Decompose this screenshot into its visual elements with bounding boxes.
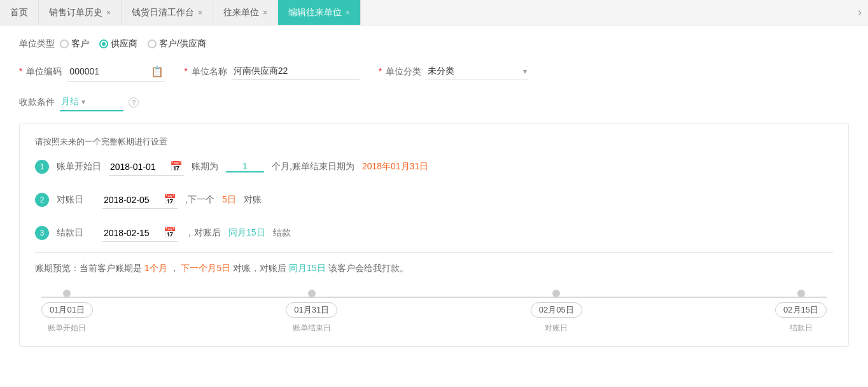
payment-terms-field: 收款条件 月结 ▾ ?	[19, 94, 139, 111]
timeline-badge-3: 02月05日	[531, 302, 582, 318]
tab-sales-close-icon[interactable]: ×	[106, 8, 111, 17]
radio-supplier[interactable]: 供应商	[99, 38, 137, 50]
preview-section: 账期预览：当前客户账期是 1个月 ， 下一个月5日 对账，对账后 同月15日 该…	[35, 252, 833, 334]
radio-customer-label: 客户	[71, 38, 89, 50]
step-1-label: 账单开始日	[57, 161, 101, 172]
step-2-desc-mid: 对账	[244, 194, 262, 206]
radio-both[interactable]: 客户/供应商	[148, 38, 206, 50]
step-2-row: 2 对账日 📅 ,下一个 5日 对账	[35, 191, 833, 209]
preview-label: 账期预览：当前客户账期是	[35, 263, 142, 273]
unit-name-star: *	[184, 66, 187, 76]
timeline-dot-2	[308, 290, 316, 297]
tab-cash-label: 钱货日清工作台	[132, 7, 194, 18]
preview-text: 账期预览：当前客户账期是 1个月 ， 下一个月5日 对账，对账后 同月15日 该…	[35, 263, 833, 274]
step-3-row: 3 结款日 📅 ，对账后 同月15日 结款	[35, 224, 833, 242]
step-1-calendar-icon[interactable]: 📅	[170, 160, 183, 172]
radio-group: 客户 供应商 客户/供应商	[60, 38, 206, 50]
settings-card: 请按照未来的一个完整帐期进行设置 1 账单开始日 📅 账期为 个月,账单结束日期…	[19, 123, 849, 347]
preview-sep2: 对账，对账后	[233, 263, 286, 273]
unit-category-chevron-icon: ▾	[523, 67, 527, 76]
step-2-highlight: 5日	[222, 194, 236, 206]
payment-terms-value: 月结	[61, 96, 79, 108]
tab-bar: 首页 销售订单历史 × 钱货日清工作台 × 往来单位 × 编辑往来单位 × ›	[0, 0, 868, 25]
payment-terms-label: 收款条件	[19, 97, 55, 108]
payment-terms-help-icon[interactable]: ?	[129, 97, 139, 108]
step-1-period-input[interactable]	[226, 161, 264, 172]
unit-code-input[interactable]	[68, 64, 151, 79]
timeline-node-2: 01月31日 账单结束日	[286, 290, 337, 334]
unit-category-label: * 单位分类	[379, 66, 421, 78]
unit-name-field: * 单位名称	[184, 64, 359, 80]
payment-terms-chevron-icon: ▾	[81, 97, 85, 106]
tab-cash-close-icon[interactable]: ×	[198, 8, 202, 17]
radio-supplier-label: 供应商	[111, 38, 137, 50]
tab-home[interactable]: 首页	[0, 0, 39, 25]
preview-part1: 1个月	[144, 263, 167, 273]
step-3-date-input[interactable]	[104, 228, 161, 238]
unit-category-dropdown[interactable]: 未分类 ▾	[426, 63, 528, 80]
unit-code-copy-icon[interactable]: 📋	[151, 66, 164, 78]
step-1-desc-mid: 个月,账单结束日期为	[272, 161, 354, 172]
tab-more-button[interactable]: ›	[851, 0, 868, 25]
step-3-label: 结款日	[57, 227, 95, 239]
tab-edit-label: 编辑往来单位	[288, 7, 342, 18]
step-3-highlight: 同月15日	[228, 227, 265, 239]
step-3-desc-mid: 结款	[273, 227, 291, 239]
tab-counterparty-close-icon[interactable]: ×	[263, 8, 267, 17]
step-3-desc-pre: ，对账后	[185, 227, 221, 239]
radio-supplier-circle	[99, 39, 108, 48]
main-content: 单位类型 客户 供应商 客户/供应商 * 单位编码	[0, 25, 868, 387]
timeline-badge-2: 01月31日	[286, 302, 337, 318]
timeline-label-1: 账单开始日	[48, 323, 86, 334]
timeline-label-4: 结款日	[790, 323, 813, 334]
unit-name-label: * 单位名称	[184, 66, 227, 78]
timeline-dot-1	[63, 290, 71, 297]
timeline-label-2: 账单结束日	[293, 323, 331, 334]
step-3-number: 3	[35, 226, 49, 240]
timeline-badge-4: 02月15日	[775, 302, 827, 318]
payment-terms-dropdown[interactable]: 月结 ▾	[60, 94, 123, 111]
step-1-end-date: 2018年01月31日	[362, 161, 428, 172]
timeline-badge-1: 01月01日	[41, 302, 93, 318]
tab-edit-counterparty[interactable]: 编辑往来单位 ×	[278, 0, 361, 25]
timeline-node-3: 02月05日 对账日	[531, 290, 582, 334]
step-3-calendar-icon[interactable]: 📅	[164, 227, 176, 239]
tab-sales-label: 销售订单历史	[49, 7, 102, 18]
preview-sep1: ，	[170, 263, 179, 273]
step-2-number: 2	[35, 193, 49, 207]
step-1-desc-pre: 账期为	[192, 161, 218, 172]
preview-end: 该客户会给我打款。	[328, 263, 409, 273]
tab-sales-order-history[interactable]: 销售订单历史 ×	[39, 0, 122, 25]
timeline-nodes: 01月01日 账单开始日 01月31日 账单结束日	[41, 290, 827, 334]
tab-edit-close-icon[interactable]: ×	[346, 8, 350, 17]
payment-terms-row: 收款条件 月结 ▾ ?	[19, 94, 849, 111]
unit-type-label: 单位类型	[19, 38, 55, 50]
unit-code-star: *	[19, 66, 22, 76]
radio-customer-circle	[60, 39, 69, 48]
step-2-calendar-icon[interactable]: 📅	[164, 194, 176, 206]
timeline-dot-4	[797, 290, 805, 297]
unit-info-row: * 单位编码 📋 * 单位名称 * 单位分类 未分类 ▾	[19, 61, 849, 82]
timeline-node-1: 01月01日 账单开始日	[41, 290, 93, 334]
timeline-node-4: 02月15日 结款日	[775, 290, 827, 334]
step-2-desc-pre: ,下一个	[185, 194, 214, 206]
step-2-label: 对账日	[57, 194, 95, 206]
step-1-number: 1	[35, 160, 49, 174]
step-2-date-input[interactable]	[104, 195, 161, 205]
unit-name-input[interactable]	[232, 64, 360, 80]
timeline-dot-3	[552, 290, 560, 297]
preview-part3: 同月15日	[289, 263, 326, 273]
radio-both-label: 客户/供应商	[159, 38, 206, 50]
unit-code-label: * 单位编码	[19, 66, 62, 78]
step-1-date-input[interactable]	[110, 162, 167, 172]
unit-type-row: 单位类型 客户 供应商 客户/供应商	[19, 38, 849, 50]
tab-cash-ledger[interactable]: 钱货日清工作台 ×	[122, 0, 213, 25]
radio-both-circle	[148, 39, 157, 48]
unit-category-star: *	[379, 66, 382, 76]
unit-code-input-wrapper: 📋	[67, 61, 165, 82]
step-1-date-wrapper: 📅	[109, 158, 184, 176]
tab-counterparty[interactable]: 往来单位 ×	[213, 0, 278, 25]
preview-part2: 下一个月5日	[181, 263, 230, 273]
radio-customer[interactable]: 客户	[60, 38, 89, 50]
unit-category-value: 未分类	[428, 66, 521, 77]
